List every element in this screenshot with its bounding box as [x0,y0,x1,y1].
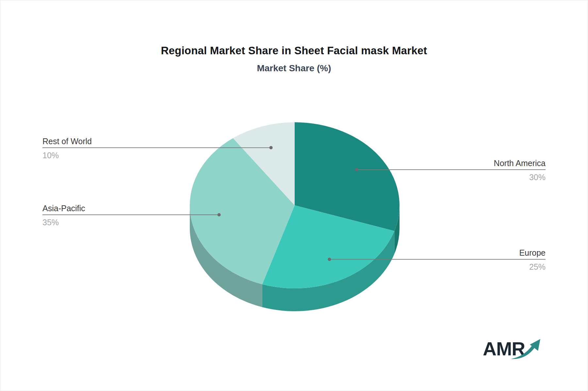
callout-rest-of-world: Rest of World 10% [42,136,180,161]
slice-percent: 30% [408,172,546,183]
callout-europe: Europe 25% [408,247,546,272]
callout-asia-pacific: Asia-Pacific 35% [42,203,180,228]
slice-label: Asia-Pacific [42,203,180,214]
leader-dot [218,213,221,216]
leader-dot [355,168,358,171]
callout-north-america: North America 30% [408,158,546,183]
leader-dot [270,146,273,149]
slice-percent: 35% [42,217,180,228]
slice-label: Rest of World [42,136,180,147]
amr-logo: AMR [483,339,545,363]
slice-percent: 10% [42,150,180,161]
amr-logo-arrow-icon [510,336,542,362]
slice-label: North America [408,158,546,169]
slice-percent: 25% [408,261,546,272]
chart-canvas: Regional Market Share in Sheet Facial ma… [0,0,588,391]
leader-dot [328,258,331,261]
slice-label: Europe [408,247,546,258]
pie-chart [0,0,588,391]
